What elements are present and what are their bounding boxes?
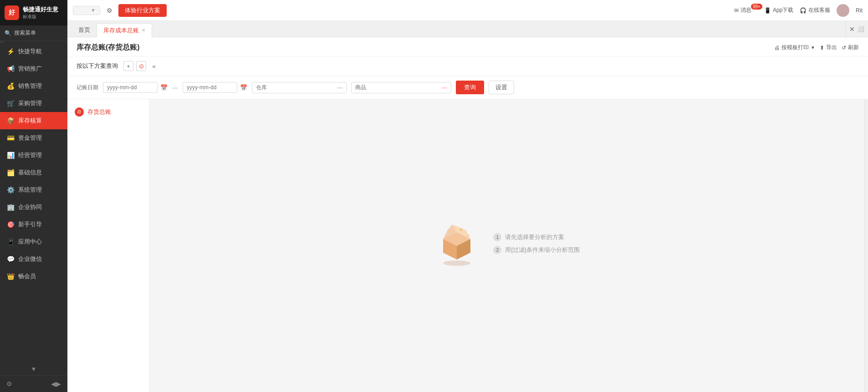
finance-icon: 💳 [6,134,15,142]
audio-footer-button[interactable]: ◀▶ [51,380,61,387]
date-field-label: 记账日期 [77,84,98,92]
sidebar-item-wechat[interactable]: 💬 企业微信 [0,250,67,268]
app-download-button[interactable]: 📱 App下载 [764,6,793,14]
sidebar-item-finance[interactable]: 💳 资金管理 [0,129,67,147]
page-header: 库存总账(存货总账) 🖨 按模板打印 ▼ ⬆ 导出 ↺ 刷新 [67,37,868,56]
printer-icon: 🖨 [774,45,780,51]
warehouse-label: 仓库 [256,84,267,92]
purchase-icon: 🛒 [6,99,15,107]
topbar-settings-button[interactable]: ⚙ [103,4,116,17]
page-actions: 🖨 按模板打印 ▼ ⬆ 导出 ↺ 刷新 [774,44,859,51]
date-dash: — [172,84,178,91]
topbar: ▼ ⚙ 体验行业方案 ✉ 消息 99+ 📱 App下载 🎧 在线客服 Rit [67,0,868,21]
filter-actions: + ⊙ « [123,61,159,71]
hint-item-2: 2 用[过滤]条件来缩小分析范围 [493,246,579,254]
breadcrumb-text [78,8,89,13]
filter-add-button[interactable]: + [123,61,133,71]
online-service-button[interactable]: 🎧 在线客服 [800,6,830,14]
empty-state: ✦ ✦ 1 请先选择要分析的方案 2 用[过滤]条件来缩小分析范围 [434,223,579,269]
calendar-to-icon[interactable]: 📅 [240,84,247,91]
empty-inner: ✦ ✦ 1 请先选择要分析的方案 2 用[过滤]条件来缩小分析范围 [434,223,579,269]
right-scrollbar[interactable] [864,99,868,392]
date-to-group: 📅 [183,82,247,93]
message-icon: ✉ [734,7,739,14]
svg-text:✦: ✦ [459,227,463,232]
username[interactable]: Rit [856,7,863,14]
headset-icon: 🎧 [800,7,807,14]
refresh-button[interactable]: ↺ 刷新 [842,44,859,51]
logo-icon: 好 [5,5,19,20]
sidebar: 好 畅捷通好生意 标准版 🔍 搜索菜单 ⚡ 快捷导航 📢 营销推广 💰 销售管理… [0,0,67,392]
export-icon: ⬆ [820,45,824,51]
warehouse-input[interactable] [268,84,336,91]
main-content: ▼ ⚙ 体验行业方案 ✉ 消息 99+ 📱 App下载 🎧 在线客服 Rit [67,0,868,392]
search-icon: 🔍 [5,30,11,36]
breadcrumb[interactable]: ▼ [73,6,100,15]
basic-icon: 🗂️ [6,168,15,177]
settings-footer-button[interactable]: ⚙ [6,380,12,387]
gear-icon: ⚙ [107,7,112,14]
product-more-icon[interactable]: ··· [442,84,447,91]
query-button[interactable]: 查询 [456,81,484,94]
sidebar-item-system[interactable]: ⚙️ 系统管理 [0,181,67,199]
hint-num-2: 2 [493,246,501,254]
chevron-down-icon: ▼ [31,366,37,372]
industry-btn[interactable]: 体验行业方案 [118,4,167,17]
appcenter-icon: 📱 [6,238,15,246]
chevron-down-icon: ▼ [91,8,95,13]
sidebar-item-operation[interactable]: 📊 经营管理 [0,147,67,164]
search-menu-button[interactable]: 🔍 搜索菜单 [0,25,67,41]
export-button[interactable]: ⬆ 导出 [820,44,837,51]
filter-setting-button[interactable]: ⊙ [136,61,146,71]
panel-close-button[interactable]: ✕ [849,25,855,33]
sidebar-scroll-down[interactable]: ▼ [0,363,67,375]
svg-text:✦: ✦ [467,234,470,238]
sidebar-item-appcenter[interactable]: 📱 应用中心 [0,233,67,250]
marketing-icon: 📢 [6,65,15,73]
sidebar-item-quick-nav[interactable]: ⚡ 快捷导航 [0,43,67,60]
filter-collapse-button[interactable]: « [149,61,159,71]
sidebar-item-enterprise[interactable]: 🏢 企业协同 [0,199,67,216]
svg-point-0 [443,260,470,266]
message-button[interactable]: ✉ 消息 99+ [734,6,758,14]
wechat-icon: 💬 [6,255,15,263]
operation-icon: 📊 [6,151,15,159]
topbar-nav: ▼ ⚙ 体验行业方案 [73,4,730,17]
print-dropdown-icon: ▼ [811,45,815,50]
main-panel: ✦ ✦ 1 请先选择要分析的方案 2 用[过滤]条件来缩小分析范围 [149,99,864,392]
sidebar-item-marketing[interactable]: 📢 营销推广 [0,60,67,77]
setting-button[interactable]: 设置 [489,81,514,94]
sidebar-item-guide[interactable]: 🎯 新手引导 [0,216,67,233]
page-title: 库存总账(存货总账) [77,43,140,52]
refresh-icon: ↺ [842,45,846,51]
sidebar-item-basic[interactable]: 🗂️ 基础信息 [0,164,67,181]
hint-num-1: 1 [493,233,501,241]
product-field: 商品 ··· [351,82,451,93]
user-avatar[interactable] [837,4,849,17]
tab-close-icon[interactable]: ✕ [142,28,145,33]
sidebar-item-purchase[interactable]: 🛒 采购管理 [0,95,67,112]
sidebar-item-inventory[interactable]: 📦 库存核算 [0,112,67,129]
panel-expand-button[interactable]: ⬜ [858,26,864,32]
date-from-input[interactable] [103,82,158,93]
calendar-from-icon[interactable]: 📅 [160,84,168,91]
scheme-item[interactable]: 存 存货总账 [67,104,149,120]
filter-setting-icon: ⊙ [139,63,144,70]
box-svg: ✦ ✦ [434,223,480,269]
sidebar-nav: ⚡ 快捷导航 📢 营销推广 💰 销售管理 🛒 采购管理 📦 库存核算 💳 资金管… [0,43,67,363]
hint-item-1: 1 请先选择要分析的方案 [493,233,579,241]
product-input[interactable] [367,84,441,91]
date-to-input[interactable] [183,82,237,93]
warehouse-more-icon[interactable]: ··· [337,84,342,91]
inventory-icon: 📦 [6,117,15,125]
print-template-button[interactable]: 🖨 按模板打印 ▼ [774,44,815,51]
guide-icon: 🎯 [6,220,15,229]
tab-inventory-cost[interactable]: 库存成本总账 ✕ [97,23,152,37]
tab-home[interactable]: 首页 [72,23,97,37]
sidebar-logo: 好 畅捷通好生意 标准版 [0,0,67,25]
content-layout: 存 存货总账 [67,99,868,392]
logo-text: 畅捷通好生意 标准版 [23,6,58,20]
topbar-user-area: ✉ 消息 99+ 📱 App下载 🎧 在线客服 Rit [734,4,863,17]
sidebar-item-sales[interactable]: 💰 销售管理 [0,77,67,95]
sidebar-item-member[interactable]: 👑 畅会员 [0,268,67,285]
